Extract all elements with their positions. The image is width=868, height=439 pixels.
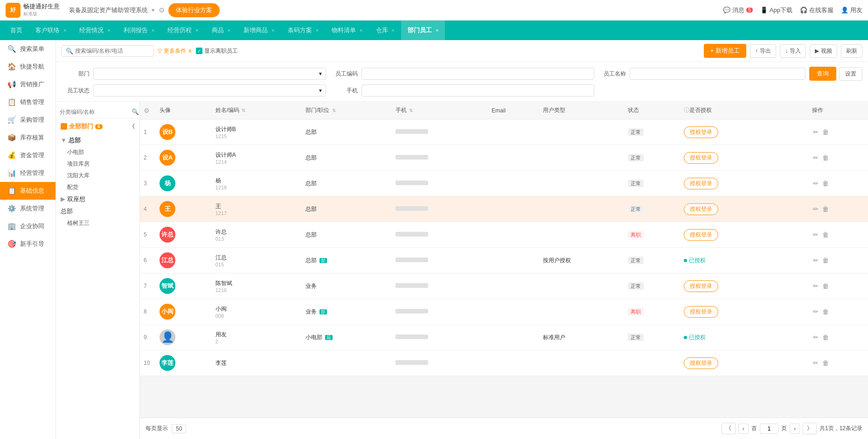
more-filter-btn[interactable]: ▽ 更多条件 ∧ bbox=[158, 47, 192, 55]
search-box[interactable]: 🔍 bbox=[62, 45, 154, 57]
emp-name-input[interactable] bbox=[630, 68, 806, 80]
nav-tab-仓库[interactable]: 仓库 × bbox=[369, 21, 401, 40]
nav-tab-客户联络[interactable]: 客户联络 × bbox=[29, 21, 73, 40]
prev-page-btn[interactable]: ‹ bbox=[738, 424, 749, 434]
gear-icon[interactable]: ⚙ bbox=[144, 107, 150, 114]
settings-icon[interactable]: ⚙ bbox=[159, 6, 165, 14]
dept-select[interactable]: ▾ bbox=[93, 68, 326, 80]
dept-search[interactable]: 🔍 bbox=[56, 105, 139, 118]
add-employee-button[interactable]: + 新增员工 bbox=[704, 44, 746, 58]
authorize-btn[interactable]: 授权登录 bbox=[684, 357, 718, 369]
col-name[interactable]: 姓名/编码 ⇅ bbox=[212, 102, 302, 119]
page-input[interactable] bbox=[760, 424, 778, 434]
delete-btn[interactable]: 🗑 bbox=[822, 154, 829, 161]
nav-tab-经营情况[interactable]: 经营情况 × bbox=[73, 21, 117, 40]
sort-name-icon[interactable]: ⇅ bbox=[242, 108, 245, 113]
authorize-btn[interactable]: 授权登录 bbox=[684, 126, 718, 138]
close-tab-icon[interactable]: × bbox=[436, 28, 438, 33]
system-dropdown-icon[interactable]: ▾ bbox=[152, 7, 155, 14]
nav-tab-新增商品[interactable]: 新增商品 × bbox=[237, 21, 281, 40]
sidebar-item-search-menu[interactable]: 🔍搜索菜单 bbox=[0, 40, 56, 58]
dept-group-shuang[interactable]: ▶双座想 bbox=[56, 193, 139, 205]
sidebar-item-basic[interactable]: 📋基础信息 bbox=[0, 182, 56, 200]
export-button[interactable]: ↑ 导出 bbox=[750, 44, 776, 58]
col-phone[interactable]: 手机 ⇅ bbox=[392, 102, 488, 119]
edit-btn[interactable]: ✏ bbox=[813, 128, 819, 136]
delete-btn[interactable]: 🗑 bbox=[822, 257, 829, 264]
close-tab-icon[interactable]: × bbox=[228, 28, 230, 33]
close-tab-icon[interactable]: × bbox=[195, 28, 198, 33]
dept-child-xiangmu[interactable]: 项目库房 bbox=[56, 158, 139, 170]
app-download-btn[interactable]: 📱 App下载 bbox=[760, 6, 792, 14]
delete-btn[interactable]: 🗑 bbox=[822, 128, 829, 136]
close-tab-icon[interactable]: × bbox=[63, 28, 66, 33]
col-gear[interactable]: ⚙ bbox=[140, 102, 156, 119]
query-button[interactable]: 查询 bbox=[809, 67, 836, 81]
import-button[interactable]: ↓ 导入 bbox=[780, 44, 806, 58]
delete-btn[interactable]: 🗑 bbox=[822, 282, 829, 290]
nav-tab-利润报告[interactable]: 利润报告 × bbox=[117, 21, 161, 40]
sidebar-item-enterprise[interactable]: 🏢企业协同 bbox=[0, 217, 56, 235]
dept-search-input[interactable] bbox=[60, 109, 130, 115]
close-tab-icon[interactable]: × bbox=[152, 28, 154, 33]
delete-btn[interactable]: 🗑 bbox=[822, 334, 829, 341]
emp-status-select[interactable]: ▾ bbox=[93, 84, 326, 97]
view-button[interactable]: ▶ 视频 bbox=[810, 44, 837, 58]
dept-child-zhishu[interactable]: 植树王三 bbox=[56, 217, 139, 229]
delete-btn[interactable]: 🗑 bbox=[822, 205, 829, 213]
authorize-btn[interactable]: 授权登录 bbox=[684, 229, 718, 241]
nav-tab-经营历程[interactable]: 经营历程 × bbox=[161, 21, 205, 40]
delete-btn[interactable]: 🗑 bbox=[822, 308, 829, 315]
edit-btn[interactable]: ✏ bbox=[813, 205, 819, 213]
show-resign-check[interactable]: ✓ 显示离职员工 bbox=[196, 47, 238, 55]
sidebar-item-marketing[interactable]: 📢营销推广 bbox=[0, 76, 56, 93]
edit-btn[interactable]: ✏ bbox=[813, 257, 819, 264]
dept-all-header[interactable]: 全部部门 6 《 bbox=[56, 118, 139, 134]
print-button[interactable]: 刷新 bbox=[841, 44, 862, 58]
search-input[interactable] bbox=[75, 48, 150, 54]
close-tab-icon[interactable]: × bbox=[360, 28, 362, 33]
set-button[interactable]: 设置 bbox=[839, 67, 862, 81]
nav-tab-商品[interactable]: 商品 × bbox=[205, 21, 237, 40]
sidebar-item-system[interactable]: ⚙️系统管理 bbox=[0, 200, 56, 217]
authorize-btn[interactable]: 授权登录 bbox=[684, 306, 718, 318]
trial-button[interactable]: 体验行业方案 bbox=[168, 3, 220, 17]
nav-tab-物料清单[interactable]: 物料清单 × bbox=[325, 21, 369, 40]
authorize-btn[interactable]: 授权登录 bbox=[684, 152, 718, 164]
close-tab-icon[interactable]: × bbox=[392, 28, 395, 33]
sort-phone-icon[interactable]: ⇅ bbox=[409, 108, 413, 113]
first-page-btn[interactable]: 《 bbox=[722, 423, 736, 434]
online-service-btn[interactable]: 🎧 在线客服 bbox=[800, 6, 833, 14]
edit-btn[interactable]: ✏ bbox=[813, 334, 819, 341]
edit-btn[interactable]: ✏ bbox=[813, 231, 819, 238]
dept-collapse-btn[interactable]: 《 bbox=[129, 123, 135, 131]
message-btn[interactable]: 💬 消息 5 bbox=[723, 6, 753, 14]
last-page-btn[interactable]: 》 bbox=[803, 423, 817, 434]
sidebar-item-guide[interactable]: 🎯新手引导 bbox=[0, 235, 56, 253]
delete-btn[interactable]: 🗑 bbox=[822, 231, 829, 238]
sidebar-item-quick-nav[interactable]: 🏠快捷导航 bbox=[0, 58, 56, 76]
close-tab-icon[interactable]: × bbox=[271, 28, 274, 33]
sidebar-item-finance[interactable]: 💰资金管理 bbox=[0, 146, 56, 164]
edit-btn[interactable]: ✏ bbox=[813, 308, 819, 315]
sidebar-item-inventory[interactable]: 📦库存核算 bbox=[0, 129, 56, 146]
sidebar-item-purchase[interactable]: 🛒采购管理 bbox=[0, 111, 56, 129]
nav-tab-首页[interactable]: 首页 bbox=[4, 21, 29, 40]
sidebar-item-operations[interactable]: 📊经营管理 bbox=[0, 164, 56, 182]
dept-child-peihuo[interactable]: 配货 bbox=[56, 181, 139, 193]
authorize-btn[interactable]: 授权登录 bbox=[684, 203, 718, 215]
sidebar-item-sales[interactable]: 📋销售管理 bbox=[0, 93, 56, 111]
dept-group-zongbu[interactable]: ▼总部 bbox=[56, 134, 139, 146]
dept-child-shenyang[interactable]: 沈阳大库 bbox=[56, 170, 139, 181]
sort-dept-icon[interactable]: ⇅ bbox=[332, 108, 336, 113]
user-avatar[interactable]: 👤 用友 bbox=[841, 6, 862, 14]
next-page-btn[interactable]: › bbox=[790, 424, 800, 434]
col-dept[interactable]: 部门/职位 ⇅ bbox=[302, 102, 392, 119]
edit-btn[interactable]: ✏ bbox=[813, 359, 819, 367]
nav-tab-条码方案[interactable]: 条码方案 × bbox=[281, 21, 325, 40]
authorize-btn[interactable]: 授权登录 bbox=[684, 280, 718, 292]
nav-tab-部门员工[interactable]: 部门员工 × bbox=[401, 21, 445, 40]
phone-input[interactable] bbox=[361, 84, 594, 97]
edit-btn[interactable]: ✏ bbox=[813, 154, 819, 161]
edit-btn[interactable]: ✏ bbox=[813, 282, 819, 290]
